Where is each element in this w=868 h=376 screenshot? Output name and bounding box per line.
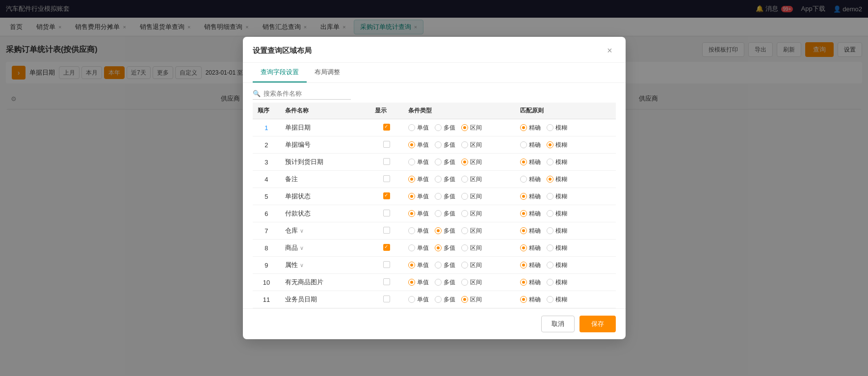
radio-type-range[interactable]: 区间 <box>461 175 482 184</box>
checkbox[interactable] <box>383 192 390 199</box>
radio-match-exact[interactable]: 精确 <box>520 124 541 132</box>
row-display-checkbox[interactable] <box>370 291 403 308</box>
radio-type-single[interactable]: 单值 <box>408 227 429 235</box>
radio-match-exact[interactable]: 精确 <box>520 192 541 201</box>
radio-type-range[interactable]: 区间 <box>461 244 482 252</box>
row-condition-name: 备注 <box>280 171 369 188</box>
checkbox[interactable] <box>383 278 390 285</box>
radio-match-exact[interactable]: 精确 <box>520 244 541 252</box>
radio-type-single[interactable]: 单值 <box>408 244 429 252</box>
radio-match-fuzzy[interactable]: 模糊 <box>547 261 567 269</box>
row-type-radios: 单值多值区间 <box>403 154 515 171</box>
search-input[interactable] <box>263 90 342 97</box>
radio-type-multi[interactable]: 多值 <box>435 278 455 287</box>
radio-match-exact[interactable]: 精确 <box>520 158 541 166</box>
radio-type-range[interactable]: 区间 <box>461 210 482 218</box>
modal-close-button[interactable]: × <box>604 45 616 56</box>
row-condition-name: 单据日期 <box>280 119 369 136</box>
radio-type-range[interactable]: 区间 <box>461 124 482 132</box>
radio-match-fuzzy[interactable]: 模糊 <box>547 124 567 132</box>
modal-tab-layout[interactable]: 布局调整 <box>307 63 348 82</box>
radio-type-single[interactable]: 单值 <box>408 295 429 304</box>
row-display-checkbox[interactable] <box>370 171 403 188</box>
row-condition-name: 业务员日期 <box>280 291 369 308</box>
row-match-radios: 精确模糊 <box>515 240 616 257</box>
radio-type-multi[interactable]: 多值 <box>435 261 455 269</box>
radio-type-single[interactable]: 单值 <box>408 124 429 132</box>
row-display-checkbox[interactable] <box>370 257 403 274</box>
checkbox[interactable] <box>383 295 390 302</box>
radio-match-exact[interactable]: 精确 <box>520 227 541 235</box>
radio-type-multi[interactable]: 多值 <box>435 295 455 304</box>
radio-type-multi[interactable]: 多值 <box>435 141 455 149</box>
radio-type-range[interactable]: 区间 <box>461 192 482 201</box>
radio-type-multi[interactable]: 多值 <box>435 158 455 166</box>
radio-type-single[interactable]: 单值 <box>408 210 429 218</box>
radio-type-single[interactable]: 单值 <box>408 141 429 149</box>
radio-type-range[interactable]: 区间 <box>461 261 482 269</box>
radio-type-single[interactable]: 单值 <box>408 158 429 166</box>
radio-match-exact[interactable]: 精确 <box>520 141 541 149</box>
radio-type-range[interactable]: 区间 <box>461 141 482 149</box>
row-order: 10 <box>253 274 281 291</box>
row-match-radios: 精确模糊 <box>515 274 616 291</box>
th-match: 匹配原则 <box>515 103 616 119</box>
radio-type-single[interactable]: 单值 <box>408 175 429 184</box>
radio-match-exact[interactable]: 精确 <box>520 210 541 218</box>
radio-match-fuzzy[interactable]: 模糊 <box>547 244 567 252</box>
row-order: 2 <box>253 136 281 154</box>
radio-match-fuzzy[interactable]: 模糊 <box>547 141 567 149</box>
checkbox[interactable] <box>383 261 390 268</box>
radio-match-fuzzy[interactable]: 模糊 <box>547 295 567 304</box>
radio-type-single[interactable]: 单值 <box>408 192 429 201</box>
radio-type-single[interactable]: 单值 <box>408 261 429 269</box>
checkbox[interactable] <box>383 141 390 148</box>
radio-match-exact[interactable]: 精确 <box>520 278 541 287</box>
modal-tab-fields[interactable]: 查询字段设置 <box>253 63 307 82</box>
modal-header: 设置查询区域布局 × <box>243 37 626 63</box>
radio-type-multi[interactable]: 多值 <box>435 227 455 235</box>
row-display-checkbox[interactable] <box>370 205 403 222</box>
checkbox[interactable] <box>383 244 390 251</box>
radio-match-exact[interactable]: 精确 <box>520 175 541 184</box>
checkbox[interactable] <box>383 124 390 131</box>
radio-match-fuzzy[interactable]: 模糊 <box>547 192 567 201</box>
radio-type-multi[interactable]: 多值 <box>435 192 455 201</box>
table-row: 1单据日期单值多值区间精确模糊 <box>253 119 616 136</box>
row-display-checkbox[interactable] <box>370 136 403 154</box>
checkbox[interactable] <box>383 210 390 216</box>
modal-title: 设置查询区域布局 <box>253 46 312 55</box>
table-row: 7仓库 ∨单值多值区间精确模糊 <box>253 222 616 240</box>
radio-match-exact[interactable]: 精确 <box>520 261 541 269</box>
row-display-checkbox[interactable] <box>370 119 403 136</box>
radio-type-multi[interactable]: 多值 <box>435 175 455 184</box>
radio-type-multi[interactable]: 多值 <box>435 124 455 132</box>
radio-type-range[interactable]: 区间 <box>461 295 482 304</box>
radio-match-fuzzy[interactable]: 模糊 <box>547 227 567 235</box>
row-display-checkbox[interactable] <box>370 188 403 205</box>
radio-match-exact[interactable]: 精确 <box>520 295 541 304</box>
radio-match-fuzzy[interactable]: 模糊 <box>547 210 567 218</box>
radio-type-multi[interactable]: 多值 <box>435 244 455 252</box>
cancel-button[interactable]: 取消 <box>541 316 575 332</box>
row-display-checkbox[interactable] <box>370 274 403 291</box>
row-type-radios: 单值多值区间 <box>403 274 515 291</box>
row-display-checkbox[interactable] <box>370 240 403 257</box>
row-display-checkbox[interactable] <box>370 222 403 240</box>
radio-type-range[interactable]: 区间 <box>461 227 482 235</box>
radio-match-fuzzy[interactable]: 模糊 <box>547 175 567 184</box>
checkbox[interactable] <box>383 227 390 234</box>
radio-type-range[interactable]: 区间 <box>461 158 482 166</box>
checkbox[interactable] <box>383 158 390 165</box>
radio-type-multi[interactable]: 多值 <box>435 210 455 218</box>
row-condition-name: 付款状态 <box>280 205 369 222</box>
row-condition-name: 预计到货日期 <box>280 154 369 171</box>
radio-type-single[interactable]: 单值 <box>408 278 429 287</box>
save-button[interactable]: 保存 <box>579 316 616 332</box>
radio-match-fuzzy[interactable]: 模糊 <box>547 158 567 166</box>
row-type-radios: 单值多值区间 <box>403 257 515 274</box>
checkbox[interactable] <box>383 175 390 182</box>
radio-match-fuzzy[interactable]: 模糊 <box>547 278 567 287</box>
radio-type-range[interactable]: 区间 <box>461 278 482 287</box>
row-display-checkbox[interactable] <box>370 154 403 171</box>
